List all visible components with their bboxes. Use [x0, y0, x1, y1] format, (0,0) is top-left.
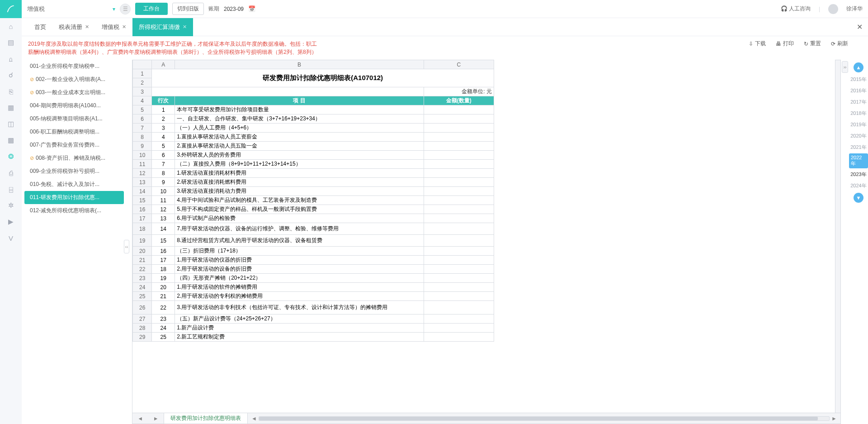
- nav-template-icon[interactable]: ◫: [0, 116, 22, 132]
- year-item[interactable]: 2020年: [850, 131, 866, 141]
- nav-clipboard-icon[interactable]: ⎘: [0, 83, 22, 100]
- cell-rownum[interactable]: 11: [152, 196, 175, 205]
- cell-item[interactable]: 1.用于研发活动的软件的摊销费用: [175, 283, 424, 292]
- row-header[interactable]: 7: [133, 124, 152, 133]
- cell-rownum[interactable]: 14: [152, 223, 175, 235]
- row-header[interactable]: 13: [133, 178, 152, 187]
- cell-rownum[interactable]: 1: [152, 105, 175, 114]
- year-item[interactable]: 2016年: [850, 86, 866, 96]
- collapse-left-panel-handle[interactable]: ‹‹: [124, 240, 129, 253]
- cell-amount[interactable]: [424, 274, 494, 283]
- year-item[interactable]: 2018年: [850, 108, 866, 119]
- row-header[interactable]: 12: [133, 169, 152, 178]
- cell-rownum[interactable]: 19: [152, 274, 175, 283]
- sheet-title[interactable]: 研发费用加计扣除优惠明细表(A107012): [152, 69, 494, 87]
- horizontal-scrollbar[interactable]: ◄ ►: [248, 413, 840, 424]
- row-header[interactable]: 19: [133, 235, 152, 247]
- form-list-item[interactable]: 010-免税、减计收入及加计...: [22, 178, 127, 191]
- row-header[interactable]: 26: [133, 301, 152, 314]
- cell-amount[interactable]: [424, 283, 494, 292]
- row-header[interactable]: 15: [133, 196, 152, 205]
- cell-item[interactable]: 6.用于试制产品的检验费: [175, 214, 424, 223]
- cell-rownum[interactable]: 25: [152, 333, 175, 342]
- cell-amount[interactable]: [424, 247, 494, 256]
- cell-rownum[interactable]: 4: [152, 133, 175, 142]
- row-header[interactable]: 6: [133, 114, 152, 124]
- row-header[interactable]: 2: [133, 78, 152, 87]
- cell-item[interactable]: 1.新产品设计费: [175, 324, 424, 333]
- year-item[interactable]: 2023年: [850, 169, 866, 180]
- row-header[interactable]: 8: [133, 133, 152, 142]
- header-amount[interactable]: 金额(数量): [424, 96, 494, 105]
- cell-rownum[interactable]: 7: [152, 160, 175, 169]
- cell-amount[interactable]: [424, 169, 494, 178]
- tab-close-icon[interactable]: ✕: [85, 24, 89, 30]
- cell-amount[interactable]: [424, 105, 494, 114]
- tab-close-icon[interactable]: ✕: [122, 24, 126, 30]
- row-header[interactable]: 22: [133, 265, 152, 274]
- cell-rownum[interactable]: 22: [152, 301, 175, 314]
- cell-rownum[interactable]: 5: [152, 142, 175, 151]
- nav-tax-icon[interactable]: ❂: [0, 148, 22, 165]
- close-all-tabs-button[interactable]: ✕: [857, 23, 863, 31]
- cell-amount[interactable]: [424, 196, 494, 205]
- row-header[interactable]: 17: [133, 214, 152, 223]
- row-header[interactable]: 21: [133, 256, 152, 265]
- reset-button[interactable]: ↻ 重置: [804, 40, 821, 48]
- cell-rownum[interactable]: 13: [152, 214, 175, 223]
- cell-amount[interactable]: [424, 133, 494, 142]
- row-header[interactable]: 24: [133, 283, 152, 292]
- cell-rownum[interactable]: 24: [152, 324, 175, 333]
- refresh-button[interactable]: ⟳ 刷新: [831, 40, 848, 48]
- col-header-c[interactable]: C: [424, 60, 494, 69]
- cell-item[interactable]: （二）直接投入费用（8+9+10+11+12+13+14+15）: [175, 160, 424, 169]
- spreadsheet-area[interactable]: A B C 1 研发费用加计扣除优惠明细表(A107012) 2 3: [132, 60, 835, 413]
- user-name[interactable]: 徐泽华: [846, 5, 863, 13]
- form-list-item[interactable]: 006-职工薪酬纳税调整明细...: [22, 125, 127, 138]
- cell-amount[interactable]: [424, 187, 494, 196]
- nav-video-icon[interactable]: ▶: [0, 214, 22, 230]
- page-tab[interactable]: 所得税汇算清缴✕: [132, 18, 193, 36]
- expand-right-panel-handle[interactable]: ››: [842, 61, 848, 73]
- cell-item[interactable]: 本年可享受研发费用加计扣除项目数量: [175, 105, 424, 114]
- year-item[interactable]: 2015年: [850, 74, 866, 85]
- form-list-item[interactable]: 004-期间费用明细表(A1040...: [22, 99, 127, 112]
- cell-amount[interactable]: [424, 178, 494, 187]
- cell-amount[interactable]: [424, 265, 494, 274]
- page-tab[interactable]: 增值税✕: [95, 18, 132, 36]
- cell-item[interactable]: 3.外聘研发人员的劳务费用: [175, 151, 424, 160]
- consult-link[interactable]: 🎧 人工咨询: [781, 5, 811, 13]
- cell-amount[interactable]: [424, 235, 494, 247]
- cell-item[interactable]: 2.用于研发活动的专利权的摊销费用: [175, 292, 424, 301]
- corner-cell[interactable]: [133, 60, 152, 69]
- cell-amount[interactable]: [424, 292, 494, 301]
- row-header[interactable]: 11: [133, 160, 152, 169]
- print-button[interactable]: 🖶 打印: [776, 40, 794, 48]
- row-header[interactable]: 23: [133, 274, 152, 283]
- year-item[interactable]: 2021年: [850, 142, 866, 152]
- row-header[interactable]: 28: [133, 324, 152, 333]
- sheet-tab-nav[interactable]: ◄►: [132, 413, 164, 424]
- vertical-scrollbar[interactable]: [835, 60, 841, 413]
- row-header[interactable]: 18: [133, 223, 152, 235]
- row-header[interactable]: 5: [133, 105, 152, 114]
- nav-doc-icon[interactable]: ▤: [0, 34, 22, 51]
- cell-amount[interactable]: [424, 314, 494, 324]
- workspace-button[interactable]: 工作台: [135, 3, 168, 15]
- nav-file-icon[interactable]: ⎙: [0, 165, 22, 181]
- form-list-item[interactable]: 001-企业所得税年度纳税申...: [22, 60, 127, 73]
- nav-calc-icon[interactable]: ▦: [0, 100, 22, 116]
- cell-rownum[interactable]: 10: [152, 187, 175, 196]
- form-list-item[interactable]: ⊘003-一般企业成本支出明细...: [22, 86, 127, 99]
- cell-rownum[interactable]: 16: [152, 247, 175, 256]
- cell-rownum[interactable]: 12: [152, 205, 175, 214]
- page-tab[interactable]: 首页: [28, 18, 52, 36]
- col-header-b[interactable]: B: [175, 60, 424, 69]
- cell-amount[interactable]: [424, 214, 494, 223]
- cell-amount[interactable]: [424, 151, 494, 160]
- cell-rownum[interactable]: 8: [152, 169, 175, 178]
- row-header[interactable]: 9: [133, 142, 152, 151]
- form-list-item[interactable]: 005-纳税调整项目明细表(A1...: [22, 112, 127, 125]
- cell-amount[interactable]: [424, 114, 494, 124]
- cell-rownum[interactable]: 17: [152, 256, 175, 265]
